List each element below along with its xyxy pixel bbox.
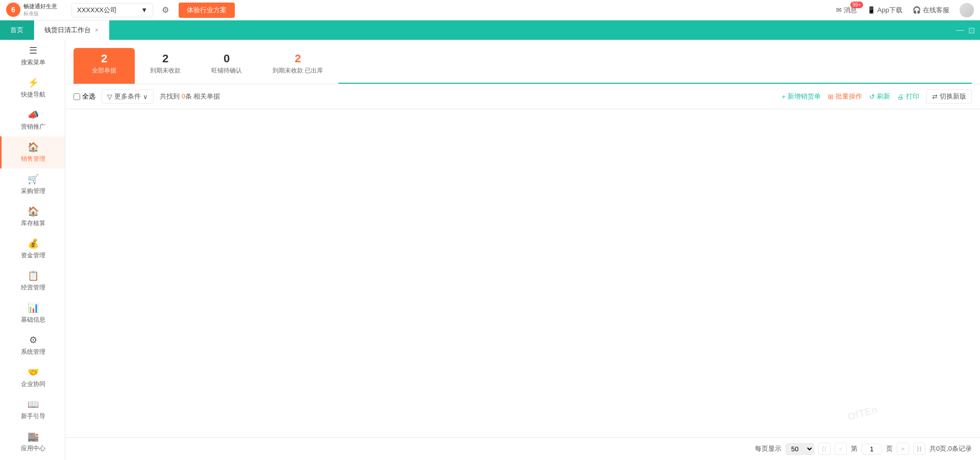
inventory-icon: 🏠	[28, 206, 39, 217]
select-all-checkbox[interactable]	[74, 93, 80, 100]
marketing-label: 营销推广	[21, 123, 45, 131]
maximize-icon[interactable]: ⊡	[968, 26, 975, 35]
sales-label: 销售管理	[21, 155, 45, 163]
basic-info-label: 基础信息	[21, 316, 45, 324]
batch-icon: ⊞	[828, 93, 834, 101]
online-service-label: 在线客服	[923, 6, 949, 15]
per-page-select[interactable]: 50 100 200	[786, 443, 814, 455]
company-name: XXXXXX公司	[77, 6, 117, 15]
app-center-label: 应用中心	[21, 444, 45, 453]
sidebar-item-system[interactable]: ⚙ 系统管理	[0, 329, 65, 361]
stat-pending-label: 旺铺待确认	[211, 66, 242, 75]
plus-icon: +	[781, 93, 786, 101]
stat-tab-shipped[interactable]: 2 到期未收款 已出库	[257, 48, 338, 84]
settings-button[interactable]: ⚙	[157, 2, 174, 18]
company-selector[interactable]: XXXXXX公司 ▼	[71, 3, 153, 17]
stat-shipped-count: 2	[273, 52, 323, 65]
search-menu-label: 搜索菜单	[21, 58, 45, 67]
message-button[interactable]: ✉ 消息 99+	[836, 6, 857, 15]
prev-page-button[interactable]: ＜	[835, 443, 847, 455]
batch-operation-button[interactable]: ⊞ 批量操作	[828, 92, 862, 101]
add-sales-order-button[interactable]: + 新增销货单	[781, 92, 821, 101]
marketing-icon: 📣	[28, 109, 39, 120]
print-button[interactable]: 🖨 打印	[897, 92, 919, 101]
stat-pending-count: 0	[211, 52, 242, 65]
avatar[interactable]	[960, 3, 974, 17]
home-tab-label: 首页	[10, 26, 23, 35]
system-icon: ⚙	[29, 334, 37, 346]
select-all-label: 全选	[82, 92, 95, 101]
per-page-label: 每页显示	[755, 444, 781, 453]
stat-overdue-label: 到期未收款	[150, 66, 181, 75]
inventory-label: 库存核算	[21, 219, 45, 228]
stat-tab-overdue[interactable]: 2 到期未收款	[135, 48, 196, 84]
purchase-icon: 🛒	[28, 174, 39, 185]
table-area	[65, 109, 980, 437]
nav-tabs: 首页 钱货日清工作台 × — ⊡	[0, 20, 980, 40]
sidebar-item-marketing[interactable]: 📣 营销推广	[0, 104, 65, 136]
sidebar-item-quick-nav[interactable]: ⚡ 快捷导航	[0, 72, 65, 104]
stat-all-label: 全部单据	[89, 66, 119, 75]
refresh-button[interactable]: ↺ 刷新	[869, 92, 890, 101]
refresh-label: 刷新	[877, 92, 890, 101]
filter-button[interactable]: ▽ 更多条件 ∨	[102, 89, 154, 104]
current-page-input[interactable]	[862, 444, 882, 454]
search-menu-icon: ☰	[29, 45, 37, 56]
quick-nav-icon: ⚡	[28, 77, 39, 88]
sidebar: ☰ 搜索菜单 ⚡ 快捷导航 📣 营销推广 🏠 销售管理 🛒 采购管理 🏠 库存核…	[0, 40, 65, 460]
finance-icon: 💰	[28, 238, 39, 249]
sidebar-item-enterprise[interactable]: 🤝 企业协同	[0, 361, 65, 394]
service-icon: 🎧	[913, 6, 921, 14]
content-area: 2 全部单据 2 到期未收款 0 旺铺待确认 2 到期未收款 已出库 全选	[65, 40, 980, 460]
select-all-area[interactable]: 全选	[74, 92, 95, 101]
minimize-icon[interactable]: —	[956, 26, 964, 35]
experience-button[interactable]: 体验行业方案	[179, 3, 235, 18]
page-suffix-label: 页	[886, 444, 893, 453]
sidebar-item-finance[interactable]: 💰 资金管理	[0, 233, 65, 265]
switch-version-button[interactable]: ⇄ 切换新版	[926, 89, 972, 104]
first-page-button[interactable]: ⟨⟨	[818, 443, 830, 455]
app-center-icon: 🏬	[28, 431, 39, 442]
system-label: 系统管理	[21, 348, 45, 356]
found-count-text: 共找到 0条 相关单据	[160, 92, 220, 101]
tab-home[interactable]: 首页	[0, 20, 34, 40]
stat-tab-pending[interactable]: 0 旺铺待确认	[196, 48, 257, 84]
app-subtitle: 标准版	[23, 10, 57, 17]
sales-icon: 🏠	[28, 141, 39, 153]
stat-overdue-count: 2	[150, 52, 181, 65]
sidebar-item-inventory[interactable]: 🏠 库存核算	[0, 201, 65, 233]
tab-work-bench[interactable]: 钱货日清工作台 ×	[34, 20, 109, 40]
app-download-button[interactable]: 📱 App下载	[867, 6, 902, 15]
pagination: 每页显示 50 100 200 ⟨⟨ ＜ 第 页 ＞ ⟩⟩ 共0页,0条记录	[65, 437, 980, 460]
sidebar-item-guide[interactable]: 📖 新手引导	[0, 394, 65, 426]
operations-label: 经营管理	[21, 283, 45, 292]
guide-label: 新手引导	[21, 412, 45, 421]
sidebar-item-sales[interactable]: 🏠 销售管理	[0, 136, 65, 168]
sidebar-item-search-menu[interactable]: ☰ 搜索菜单	[0, 40, 65, 72]
stat-all-count: 2	[89, 52, 119, 65]
sidebar-item-operations[interactable]: 📋 经营管理	[0, 265, 65, 297]
page-prefix-label: 第	[851, 444, 857, 453]
close-tab-icon[interactable]: ×	[95, 27, 99, 34]
refresh-icon: ↺	[869, 93, 875, 101]
stats-tabs: 2 全部单据 2 到期未收款 0 旺铺待确认 2 到期未收款 已出库	[65, 40, 980, 84]
message-badge: 99+	[850, 2, 863, 8]
next-page-button[interactable]: ＞	[897, 443, 909, 455]
stat-shipped-label: 到期未收款 已出库	[273, 66, 323, 75]
sidebar-item-purchase[interactable]: 🛒 采购管理	[0, 168, 65, 201]
online-service-button[interactable]: 🎧 在线客服	[913, 6, 949, 15]
filter-label: 更多条件	[114, 92, 141, 101]
enterprise-label: 企业协同	[21, 380, 45, 389]
logo-area: 6 畅捷通好生意 标准版	[6, 3, 71, 17]
operations-icon: 📋	[28, 270, 39, 281]
logo-icon: 6	[6, 3, 20, 17]
sidebar-item-app-center[interactable]: 🏬 应用中心	[0, 426, 65, 458]
sidebar-item-basic-info[interactable]: 📊 基础信息	[0, 297, 65, 329]
main-layout: ☰ 搜索菜单 ⚡ 快捷导航 📣 营销推广 🏠 销售管理 🛒 采购管理 🏠 库存核…	[0, 40, 980, 460]
toolbar-actions: + 新增销货单 ⊞ 批量操作 ↺ 刷新 🖨 打印 ⇄ 切换新版	[781, 89, 972, 104]
last-page-button[interactable]: ⟩⟩	[913, 443, 925, 455]
top-header: 6 畅捷通好生意 标准版 XXXXXX公司 ▼ ⚙ 体验行业方案 ✉ 消息 99…	[0, 0, 980, 20]
stat-tab-all[interactable]: 2 全部单据	[74, 48, 135, 84]
stat-tabs-spacer	[338, 48, 972, 84]
sidebar-item-wechat[interactable]: 💬 企业微信	[0, 458, 65, 460]
